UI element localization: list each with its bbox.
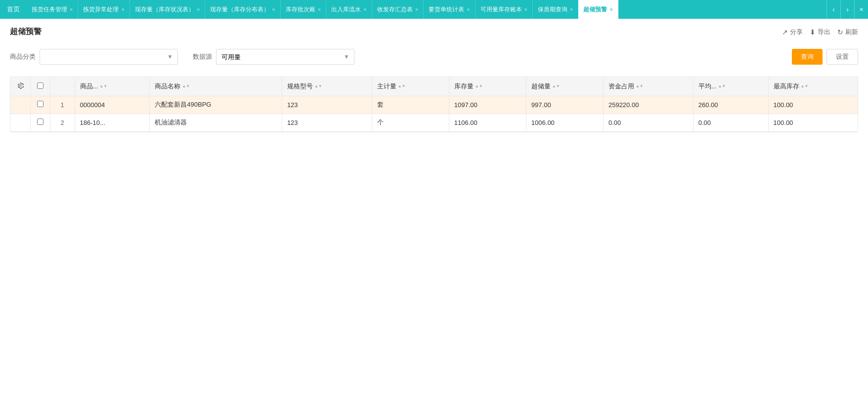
settings-button[interactable]: 设置 [826, 49, 858, 65]
filter-row: 商品分类 ▼ 数据源 可用量 库存量 ▼ 查询 设置 [10, 44, 858, 70]
tab-close-icon[interactable]: × [121, 6, 124, 12]
tab-close-icon[interactable]: × [70, 6, 73, 12]
th-over-stock-label: 超储量 [531, 82, 551, 91]
th-sku-code[interactable]: 商品... ▲▼ [75, 77, 150, 96]
row-stock: 1106.00 [449, 114, 526, 131]
data-table: 商品... ▲▼ 商品名称 ▲▼ 规格型号 ▲▼ [10, 77, 858, 132]
share-icon: ↗ [782, 28, 788, 36]
category-select[interactable] [40, 49, 178, 65]
th-sku-code-label: 商品... [80, 82, 98, 91]
row-capital: 259220.00 [603, 96, 693, 114]
row-unit: 个 [372, 114, 449, 131]
row-check-cell [30, 96, 50, 114]
th-stock[interactable]: 库存量 ▲▼ [449, 77, 526, 96]
tab-close-icon[interactable]: × [415, 6, 418, 12]
share-label: 分享 [790, 28, 803, 37]
page-container: 超储预警 ↗ 分享 ⬇ 导出 ↻ 刷新 商品分类 ▼ [0, 19, 868, 140]
th-sku-name-label: 商品名称 [155, 82, 180, 91]
nav-tab-label: 现存量（库存状况表） [135, 5, 194, 14]
gear-icon[interactable] [16, 81, 24, 89]
th-avg[interactable]: 平均... ▲▼ [693, 77, 768, 96]
nav-tab-5[interactable]: 出入库流水× [326, 0, 372, 19]
nav-tab-7[interactable]: 要货单统计表× [424, 0, 475, 19]
nav-tab-label: 保质期查询 [538, 5, 567, 14]
nav-tab-label: 拣货任务管理 [32, 5, 67, 14]
row-max-stock: 100.00 [768, 96, 858, 114]
nav-tab-4[interactable]: 库存批次账× [281, 0, 326, 19]
th-unit[interactable]: 主计量 ▲▼ [372, 77, 449, 96]
nav-tab-label: 可用量库存账本 [480, 5, 522, 14]
nav-home[interactable]: 首页 [0, 0, 27, 19]
nav-tab-6[interactable]: 收发存汇总表× [372, 0, 424, 19]
row-stock: 1097.00 [449, 96, 526, 114]
th-spec[interactable]: 规格型号 ▲▼ [282, 77, 372, 96]
refresh-icon: ↻ [837, 28, 843, 36]
tab-close-icon[interactable]: × [524, 6, 527, 12]
nav-tab-label: 收发存汇总表 [377, 5, 413, 14]
nav-close-btn[interactable]: × [854, 0, 868, 19]
row-sku-name: 六配套新昌490BPG [150, 96, 282, 114]
tab-close-icon[interactable]: × [318, 6, 321, 12]
nav-tab-label: 现存量（库存分布表） [210, 5, 269, 14]
header-actions: ↗ 分享 ⬇ 导出 ↻ 刷新 [782, 28, 858, 37]
row-checkbox[interactable] [37, 101, 43, 107]
share-button[interactable]: ↗ 分享 [782, 28, 803, 37]
nav-tab-label: 拣货异常处理 [83, 5, 119, 14]
category-label: 商品分类 [10, 52, 36, 61]
query-button[interactable]: 查询 [792, 49, 823, 65]
nav-tab-0[interactable]: 拣货任务管理× [27, 0, 78, 19]
table-body: 1 0000004 六配套新昌490BPG 123 套 1097.00 997.… [10, 96, 858, 131]
nav-arrows: ‹ › × [826, 0, 868, 19]
th-max-stock[interactable]: 最高库存 ▲▼ [768, 77, 858, 96]
category-select-wrapper: ▼ [40, 49, 178, 65]
nav-tab-3[interactable]: 现存量（库存分布表）× [205, 0, 280, 19]
nav-tab-label: 库存批次账 [286, 5, 315, 14]
th-check [30, 77, 50, 96]
th-capital[interactable]: 资金占用 ▲▼ [603, 77, 693, 96]
export-button[interactable]: ⬇ 导出 [810, 28, 830, 37]
datasource-select[interactable]: 可用量 库存量 [216, 49, 354, 65]
datasource-select-wrapper: 可用量 库存量 ▼ [216, 49, 354, 65]
row-check-cell [30, 114, 50, 131]
datasource-filter-group: 数据源 可用量 库存量 ▼ [193, 49, 354, 65]
th-unit-label: 主计量 [377, 82, 396, 91]
th-avg-label: 平均... [698, 82, 717, 91]
tab-close-icon[interactable]: × [197, 6, 200, 12]
refresh-button[interactable]: ↻ 刷新 [837, 28, 858, 37]
row-over-stock: 1006.00 [526, 114, 603, 131]
data-table-wrapper: 商品... ▲▼ 商品名称 ▲▼ 规格型号 ▲▼ [10, 77, 858, 132]
select-all-checkbox[interactable] [37, 82, 43, 89]
tab-close-icon[interactable]: × [467, 6, 470, 12]
tab-close-icon[interactable]: × [363, 6, 366, 12]
sort-icon-3: ▲▼ [314, 84, 322, 88]
tab-close-icon[interactable]: × [272, 6, 275, 12]
sort-icon-7: ▲▼ [636, 84, 644, 88]
table-header: 商品... ▲▼ 商品名称 ▲▼ 规格型号 ▲▼ [10, 77, 858, 96]
nav-next-btn[interactable]: › [840, 0, 854, 19]
row-gear-cell [10, 96, 30, 114]
nav-tab-8[interactable]: 可用量库存账本× [476, 0, 533, 19]
row-index-cell: 2 [50, 114, 75, 131]
row-capital: 0.00 [603, 114, 693, 131]
table-row: 1 0000004 六配套新昌490BPG 123 套 1097.00 997.… [10, 96, 858, 114]
sort-icon-2: ▲▼ [182, 84, 190, 88]
refresh-label: 刷新 [845, 28, 858, 37]
row-checkbox[interactable] [37, 118, 43, 125]
page-title: 超储预警 [10, 27, 42, 37]
datasource-label: 数据源 [193, 52, 212, 61]
tab-close-icon[interactable]: × [609, 6, 612, 12]
nav-tab-2[interactable]: 现存量（库存状况表）× [130, 0, 205, 19]
th-sku-name[interactable]: 商品名称 ▲▼ [150, 77, 282, 96]
th-over-stock[interactable]: 超储量 ▲▼ [526, 77, 603, 96]
th-stock-label: 库存量 [454, 82, 474, 91]
nav-tab-9[interactable]: 保质期查询× [533, 0, 578, 19]
nav-tab-10[interactable]: 超储预警× [578, 0, 618, 19]
tab-close-icon[interactable]: × [570, 6, 573, 12]
sort-icon-8: ▲▼ [718, 84, 726, 88]
nav-tab-1[interactable]: 拣货异常处理× [78, 0, 130, 19]
nav-tab-label: 超储预警 [583, 5, 607, 14]
nav-prev-btn[interactable]: ‹ [826, 0, 840, 19]
row-max-stock: 100.00 [768, 114, 858, 131]
row-spec: 123 [282, 114, 372, 131]
sort-icon-9: ▲▼ [801, 84, 809, 88]
